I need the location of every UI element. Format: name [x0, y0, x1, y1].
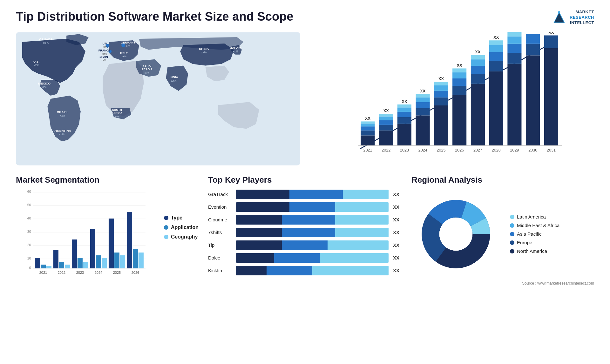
player-value: XX	[393, 255, 402, 260]
player-row: EventionXX	[208, 202, 402, 212]
svg-text:XX: XX	[365, 116, 370, 121]
logo-text: MARKETRESEARCHINTELLECT	[570, 10, 594, 26]
svg-rect-55	[397, 124, 411, 145]
svg-text:50: 50	[27, 203, 31, 207]
svg-text:2022: 2022	[58, 271, 65, 274]
svg-rect-138	[83, 262, 88, 268]
svg-rect-147	[139, 253, 144, 268]
svg-rect-136	[72, 239, 77, 268]
map-section: CANADA xx% U.S. xx% MEXICO xx% BRAZIL xx…	[16, 32, 300, 165]
svg-rect-63	[416, 102, 430, 108]
player-value: XX	[393, 192, 402, 197]
player-bar-segment	[236, 190, 289, 199]
svg-text:2021: 2021	[39, 271, 47, 274]
seg-chart-svg: 60 50 40 30 20 10 0	[16, 190, 154, 279]
svg-rect-141	[102, 258, 107, 268]
player-name: Cloudme	[208, 217, 234, 222]
svg-text:U.S.: U.S.	[33, 59, 40, 63]
svg-rect-43	[361, 135, 375, 145]
svg-rect-99	[526, 34, 540, 44]
reg-label-latin: Latin America	[517, 214, 546, 219]
svg-rect-53	[379, 114, 393, 116]
svg-rect-83	[471, 55, 485, 59]
svg-rect-88	[489, 45, 503, 52]
svg-rect-135	[65, 265, 70, 268]
svg-rect-85	[489, 71, 503, 145]
svg-text:2023: 2023	[76, 271, 84, 274]
svg-text:xx%: xx%	[201, 51, 207, 54]
svg-text:30: 30	[27, 230, 31, 233]
svg-text:0: 0	[29, 266, 31, 270]
svg-text:2031: 2031	[547, 148, 556, 152]
svg-rect-95	[507, 32, 521, 37]
player-bar-segment	[289, 190, 343, 199]
svg-text:MEXICO: MEXICO	[38, 82, 51, 85]
player-bar-segment	[335, 202, 389, 212]
svg-rect-46	[361, 123, 375, 126]
reg-dot-mea	[510, 223, 514, 228]
svg-rect-52	[379, 116, 393, 120]
svg-rect-47	[361, 121, 375, 123]
player-row: CloudmeXX	[208, 215, 402, 225]
bottom-row: Market Segmentation 60 50 40 30 20 10 0	[16, 175, 594, 286]
svg-text:xx%: xx%	[103, 45, 108, 48]
svg-text:xx%: xx%	[145, 71, 149, 74]
svg-point-160	[439, 218, 472, 251]
players-title: Top Key Players	[208, 175, 402, 185]
player-bar-segment	[335, 228, 389, 237]
svg-rect-144	[120, 255, 125, 268]
svg-rect-59	[397, 104, 411, 107]
player-bar	[236, 228, 389, 237]
player-bar-segment	[289, 202, 335, 212]
svg-rect-139	[90, 229, 95, 268]
svg-rect-49	[379, 130, 393, 145]
svg-text:xx%: xx%	[122, 55, 126, 57]
svg-rect-94	[507, 36, 521, 44]
svg-text:xx%: xx%	[42, 85, 47, 89]
player-bar	[236, 190, 389, 199]
players-list: GraTrackXXEventionXXCloudmeXX7shiftsXXTi…	[208, 190, 402, 275]
svg-rect-75	[452, 78, 466, 86]
svg-text:10: 10	[27, 256, 31, 260]
legend-app-label: Application	[171, 225, 199, 230]
svg-text:XX: XX	[457, 63, 462, 68]
player-bar	[236, 253, 389, 263]
reg-dot-na	[510, 249, 514, 253]
svg-rect-91	[507, 64, 521, 145]
regional-legend: Latin America Middle East & Africa Asia …	[510, 214, 559, 254]
svg-rect-70	[434, 85, 448, 91]
svg-rect-97	[526, 55, 540, 145]
player-name: Tip	[208, 242, 234, 248]
svg-rect-137	[78, 258, 83, 268]
svg-text:2024: 2024	[418, 148, 427, 152]
reg-dot-europe	[510, 240, 514, 245]
player-bar-segment	[236, 253, 274, 263]
svg-rect-82	[471, 59, 485, 66]
svg-rect-132	[46, 266, 51, 268]
svg-text:20: 20	[27, 243, 31, 247]
player-value: XX	[393, 230, 402, 235]
player-bar-segment	[236, 202, 289, 212]
svg-rect-51	[379, 120, 393, 125]
segmentation-section: Market Segmentation 60 50 40 30 20 10 0	[16, 175, 199, 286]
legend-geo-label: Geography	[171, 234, 198, 240]
svg-text:xx%: xx%	[126, 44, 131, 47]
svg-text:xx%: xx%	[34, 63, 39, 66]
legend-application: Application	[164, 225, 199, 230]
player-name: Evention	[208, 204, 234, 210]
svg-text:xx%: xx%	[115, 115, 119, 118]
svg-rect-101	[544, 48, 558, 145]
svg-text:xx%: xx%	[101, 58, 106, 61]
svg-rect-58	[397, 107, 411, 112]
svg-rect-131	[41, 265, 46, 268]
svg-text:XX: XX	[383, 109, 389, 113]
svg-rect-89	[489, 40, 503, 45]
player-bar-segment	[267, 266, 312, 275]
logo-box: MARKETRESEARCHINTELLECT	[551, 10, 594, 26]
svg-rect-92	[507, 53, 521, 64]
logo-icon	[551, 10, 567, 25]
legend-type-dot	[164, 216, 168, 220]
svg-text:SPAIN: SPAIN	[99, 55, 108, 58]
page-header: Tip Distribution Software Market Size an…	[16, 10, 594, 26]
reg-dot-apac	[510, 232, 514, 236]
